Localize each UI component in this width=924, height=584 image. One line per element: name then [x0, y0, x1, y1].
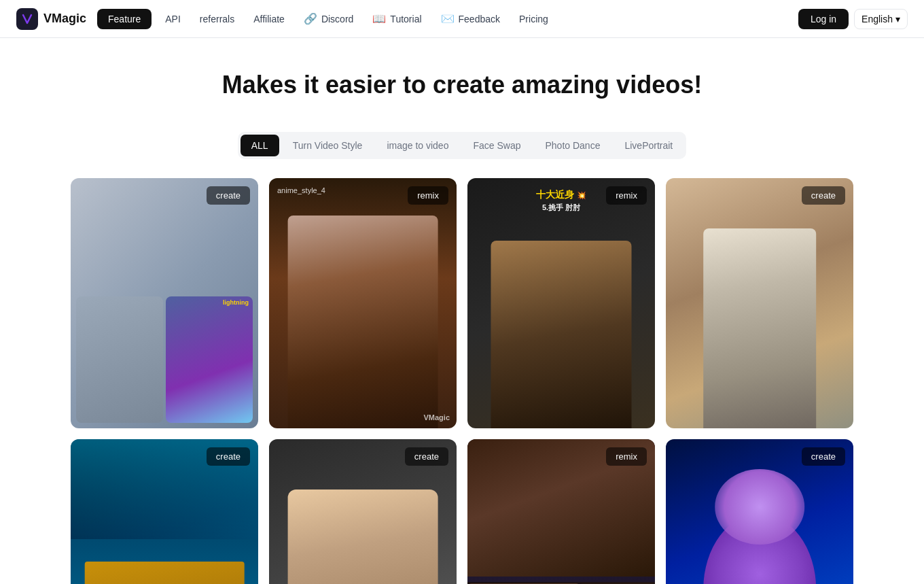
tabs-container: ALL Turn Video Style image to video Face…: [0, 132, 924, 159]
nav-link-referrals[interactable]: referrals: [192, 10, 243, 29]
tab-photo-dance[interactable]: Photo Dance: [535, 135, 611, 156]
tabs: ALL Turn Video Style image to video Face…: [238, 132, 687, 159]
pricing-label: Pricing: [519, 14, 548, 24]
discord-icon: 🔗: [304, 12, 317, 25]
chinese-text: 十大近身 💥 5.挑手 肘肘: [536, 189, 586, 213]
nav-actions: Log in English ▾: [798, 9, 908, 29]
navbar: VMagic Feature API referrals Affiliate 🔗…: [0, 0, 924, 38]
card-5-create-button[interactable]: create: [207, 447, 250, 466]
referrals-label: referrals: [200, 14, 234, 24]
tutorial-label: Tutorial: [390, 14, 421, 24]
language-label: English: [861, 14, 893, 24]
card-2-remix-button[interactable]: remix: [408, 186, 448, 205]
login-button[interactable]: Log in: [798, 9, 849, 29]
anime-figure: [288, 216, 438, 428]
lightning-text: lightning: [223, 299, 249, 306]
discord-label: Discord: [321, 14, 353, 24]
logo[interactable]: VMagic: [16, 8, 86, 30]
gallery-card-3[interactable]: 十大近身 💥 5.挑手 肘肘 remix: [467, 178, 655, 428]
fight-figure: [491, 241, 632, 428]
vmagic-watermark: VMagic: [423, 413, 450, 422]
nav-link-feedback[interactable]: ✉️ Feedback: [433, 8, 508, 29]
feedback-label: Feedback: [459, 14, 500, 24]
nav-link-affiliate[interactable]: Affiliate: [245, 10, 293, 29]
tab-turn-video-style[interactable]: Turn Video Style: [282, 135, 374, 156]
hero-title: Makes it easier to create amazing videos…: [16, 71, 908, 99]
gallery-card-4[interactable]: create: [666, 178, 853, 428]
nav-link-discord[interactable]: 🔗 Discord: [296, 8, 361, 29]
gallery: lightning create anime_style_4 VMagic re…: [54, 178, 870, 584]
card-7-remix-button[interactable]: remix: [606, 447, 647, 466]
gallery-card-6[interactable]: create: [269, 439, 457, 584]
tab-image-to-video[interactable]: image to video: [376, 135, 459, 156]
mail-icon: ✉️: [441, 12, 455, 25]
anime-style-label: anime_style_4: [277, 186, 325, 194]
nav-link-api[interactable]: API: [157, 10, 189, 29]
language-selector[interactable]: English ▾: [854, 9, 908, 29]
card-6-create-button[interactable]: create: [405, 447, 448, 466]
card-8-create-button[interactable]: create: [802, 447, 845, 466]
card-4-create-button[interactable]: create: [802, 186, 845, 205]
affiliate-label: Affiliate: [253, 14, 285, 24]
api-label: API: [165, 14, 181, 24]
nav-link-pricing[interactable]: Pricing: [511, 10, 556, 29]
card-sub-image-a: [76, 296, 163, 423]
chinese-title: 十大近身 💥: [536, 189, 586, 201]
gallery-card-2[interactable]: anime_style_4 VMagic remix: [269, 178, 457, 428]
logo-icon: [16, 8, 38, 30]
gallery-card-8[interactable]: create: [666, 439, 853, 584]
gallery-card-1[interactable]: lightning create: [71, 178, 258, 428]
temple-structure: [85, 562, 245, 584]
astronaut-figure: [703, 228, 816, 428]
card-sub-image-b: lightning: [166, 296, 253, 423]
book-icon: 📖: [372, 12, 386, 25]
chinese-subtitle: 5.挑手 肘肘: [536, 203, 586, 213]
nav-links: API referrals Affiliate 🔗 Discord 📖 Tuto…: [157, 8, 798, 29]
card-1-create-button[interactable]: create: [207, 186, 250, 205]
hero-section: Makes it easier to create amazing videos…: [0, 38, 924, 121]
face-figure: [288, 489, 438, 584]
tab-all[interactable]: ALL: [241, 135, 279, 156]
nav-link-tutorial[interactable]: 📖 Tutorial: [364, 8, 429, 29]
tab-live-portrait[interactable]: LivePortrait: [614, 135, 683, 156]
feature-button[interactable]: Feature: [97, 9, 152, 29]
tab-face-swap[interactable]: Face Swap: [462, 135, 531, 156]
logo-text: VMagic: [43, 12, 86, 26]
card-3-remix-button[interactable]: remix: [606, 186, 647, 205]
gallery-card-5[interactable]: create: [71, 439, 258, 584]
flower-figure: [703, 514, 816, 584]
chevron-down-icon: ▾: [895, 14, 900, 24]
gallery-card-7[interactable]: remix: [467, 439, 655, 584]
card-inner-images: lightning: [71, 291, 258, 428]
gallery-grid: lightning create anime_style_4 VMagic re…: [71, 178, 853, 584]
